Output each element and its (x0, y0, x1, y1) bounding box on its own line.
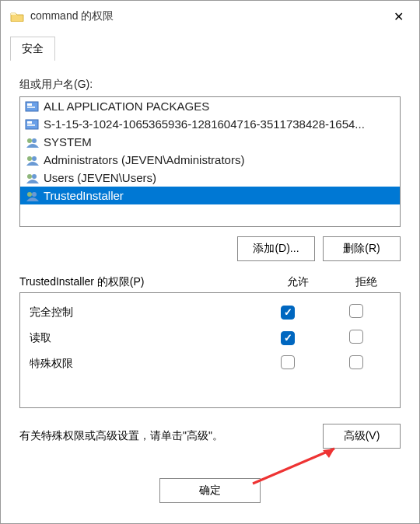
deny-column-label: 拒绝 (332, 275, 401, 289)
svg-point-7 (32, 138, 37, 143)
footer: 确定 (1, 478, 419, 511)
allow-checkbox[interactable] (281, 306, 295, 320)
add-button[interactable]: 添加(D)... (237, 236, 315, 261)
users-icon (25, 155, 39, 166)
svg-point-12 (27, 192, 32, 197)
svg-rect-5 (27, 124, 35, 126)
folder-icon (10, 11, 24, 22)
group-item[interactable]: Administrators (JEVEN\Administrators) (20, 151, 400, 169)
svg-point-8 (27, 156, 32, 161)
permissions-header: TrustedInstaller 的权限(P) 允许 拒绝 (19, 275, 401, 289)
svg-marker-15 (323, 449, 334, 458)
group-item-label: TrustedInstaller (44, 189, 124, 202)
users-icon (25, 137, 39, 148)
window-title: command 的权限 (30, 9, 387, 23)
permission-row: 特殊权限 (23, 351, 397, 376)
group-item-label: SYSTEM (44, 135, 92, 148)
svg-rect-2 (27, 107, 35, 108)
deny-checkbox[interactable] (349, 355, 363, 369)
group-item-label: Users (JEVEN\Users) (44, 171, 156, 184)
group-item[interactable]: S-1-15-3-1024-1065365936-1281604716-3511… (20, 115, 400, 133)
advanced-button[interactable]: 高级(V) (323, 424, 401, 449)
group-item-label: ALL APPLICATION PACKAGES (44, 100, 209, 113)
group-item-label: Administrators (JEVEN\Administrators) (44, 153, 244, 166)
deny-checkbox[interactable] (349, 330, 363, 344)
group-item-label: S-1-15-3-1024-1065365936-1281604716-3511… (44, 117, 365, 131)
permissions-for-label: TrustedInstaller 的权限(P) (19, 275, 264, 289)
advanced-hint: 有关特殊权限或高级设置，请单击"高级"。 (19, 429, 307, 443)
tab-row: 安全 (1, 37, 419, 61)
advanced-row: 有关特殊权限或高级设置，请单击"高级"。 高级(V) (19, 424, 401, 449)
permission-row: 读取 (23, 325, 397, 351)
svg-point-10 (27, 174, 32, 179)
permission-name: 完全控制 (30, 306, 254, 320)
package-icon (25, 101, 39, 112)
allow-column-label: 允许 (264, 275, 332, 289)
titlebar: command 的权限 ✕ (1, 1, 419, 32)
permissions-list: 完全控制 读取 特殊权限 (19, 292, 401, 408)
close-button[interactable]: ✕ (387, 6, 410, 27)
users-icon (25, 173, 39, 183)
svg-point-13 (32, 192, 37, 197)
svg-rect-4 (27, 121, 32, 124)
permission-name: 读取 (30, 331, 254, 345)
group-list[interactable]: ALL APPLICATION PACKAGES S-1-15-3-1024-1… (19, 96, 401, 227)
allow-checkbox[interactable] (281, 331, 295, 345)
permission-row: 完全控制 (23, 299, 397, 325)
ok-button[interactable]: 确定 (159, 478, 261, 503)
svg-point-9 (32, 156, 37, 161)
package-icon (25, 119, 39, 130)
svg-point-11 (32, 174, 37, 179)
group-users-label: 组或用户名(G): (19, 78, 401, 92)
group-buttons-row: 添加(D)... 删除(R) (19, 236, 401, 261)
users-icon (25, 190, 39, 201)
content: 组或用户名(G): ALL APPLICATION PACKAGES S-1-1… (1, 61, 419, 449)
permission-name: 特殊权限 (30, 357, 254, 371)
group-item[interactable]: ALL APPLICATION PACKAGES (20, 97, 400, 115)
svg-rect-1 (27, 103, 32, 106)
deny-checkbox[interactable] (349, 304, 363, 318)
remove-button[interactable]: 删除(R) (323, 236, 401, 261)
group-item-selected[interactable]: TrustedInstaller (20, 187, 400, 204)
allow-checkbox[interactable] (281, 355, 295, 369)
svg-point-6 (27, 138, 32, 143)
tab-security[interactable]: 安全 (10, 37, 55, 61)
group-item[interactable]: Users (JEVEN\Users) (20, 169, 400, 187)
group-item[interactable]: SYSTEM (20, 133, 400, 151)
